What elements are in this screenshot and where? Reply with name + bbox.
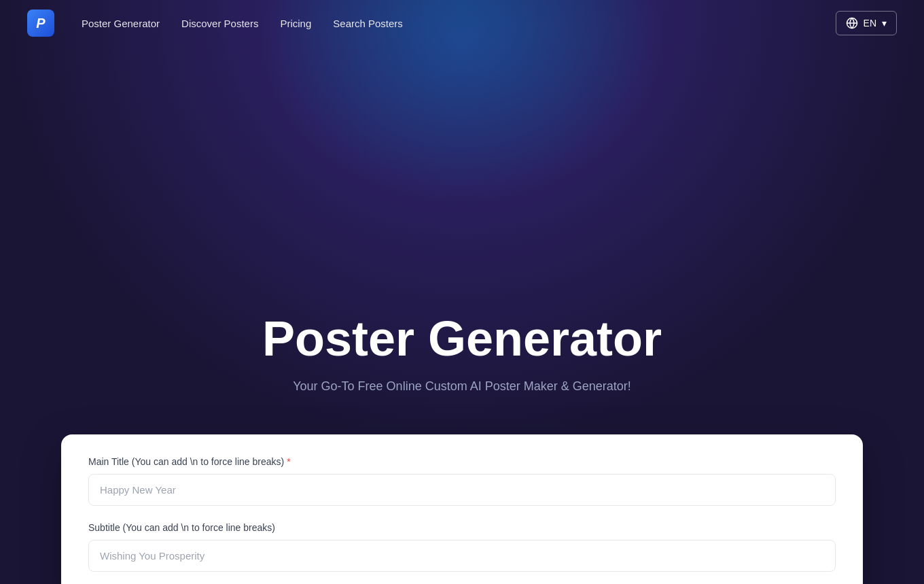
nav-link-poster-generator[interactable]: Poster Generator — [82, 18, 160, 29]
logo-icon: P — [27, 10, 54, 37]
form-card: Main Title (You can add \n to force line… — [61, 434, 863, 584]
nav-link-discover-posters[interactable]: Discover Posters — [181, 18, 258, 29]
subtitle-input[interactable] — [88, 540, 836, 572]
main-title-label: Main Title (You can add \n to force line… — [88, 456, 836, 467]
required-star: * — [287, 456, 290, 467]
main-title-input[interactable] — [88, 474, 836, 506]
language-button[interactable]: EN ▾ — [836, 11, 897, 35]
chevron-down-icon: ▾ — [882, 18, 887, 29]
navbar-left: P Poster Generator Discover Posters Pric… — [27, 10, 403, 37]
nav-link-search-posters[interactable]: Search Posters — [333, 18, 403, 29]
subtitle-label: Subtitle (You can add \n to force line b… — [88, 522, 836, 533]
navbar: P Poster Generator Discover Posters Pric… — [0, 0, 924, 46]
hero-content: Poster Generator Your Go-To Free Online … — [0, 312, 924, 394]
main-title-group: Main Title (You can add \n to force line… — [88, 456, 836, 506]
hero-title: Poster Generator — [0, 312, 924, 366]
form-section: Main Title (You can add \n to force line… — [0, 434, 924, 584]
hero-section: P Poster Generator Discover Posters Pric… — [0, 0, 924, 448]
subtitle-group: Subtitle (You can add \n to force line b… — [88, 522, 836, 572]
nav-link-pricing[interactable]: Pricing — [280, 18, 311, 29]
nav-links: Poster Generator Discover Posters Pricin… — [82, 18, 403, 29]
language-code: EN — [864, 18, 876, 29]
hero-subtitle: Your Go-To Free Online Custom AI Poster … — [0, 379, 924, 394]
logo[interactable]: P — [27, 10, 54, 37]
globe-icon — [846, 17, 858, 29]
